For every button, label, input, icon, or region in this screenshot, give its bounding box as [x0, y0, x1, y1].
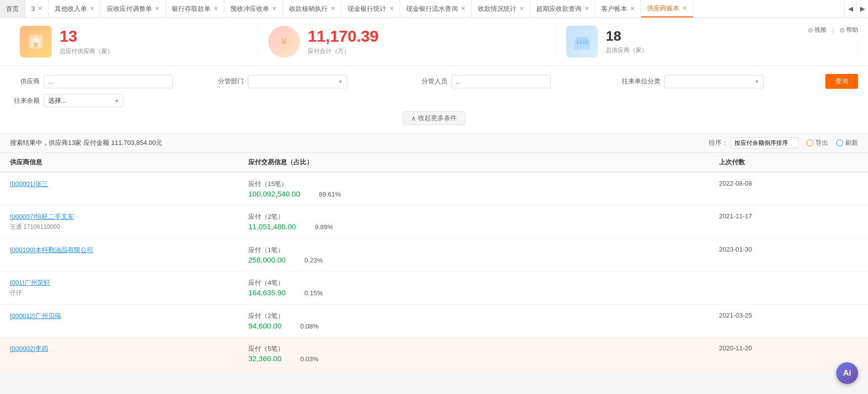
- nav-cash-flow-label: 现金银行流水查询: [406, 4, 458, 13]
- card-2-icon: ¥: [268, 26, 300, 58]
- supplier-label: 供应商: [10, 77, 40, 86]
- nav-item-tab3[interactable]: 3 ✕: [25, 0, 49, 17]
- card-2-label: 应付合计（万）: [308, 47, 378, 56]
- nav-adjust-label: 应收应付调整单: [107, 4, 152, 13]
- close-icon[interactable]: ✕: [155, 5, 159, 12]
- close-icon[interactable]: ✕: [519, 5, 524, 12]
- person-field: 分管人员: [418, 75, 612, 88]
- card-3-label: 总供应商（家）: [606, 46, 648, 55]
- nav-item-cash-flow[interactable]: 现金银行流水查询 ✕: [400, 0, 472, 17]
- export-button[interactable]: 导出: [806, 138, 828, 147]
- trade-amount-4[interactable]: 94,600.00: [248, 322, 282, 330]
- card-2-number: 11,170.39: [308, 28, 378, 45]
- balance-select[interactable]: 选择...: [44, 94, 123, 107]
- supplier-link-3[interactable]: [001]广州荣轩: [10, 279, 50, 286]
- nav-item-customer-book[interactable]: 客户账本 ✕: [595, 0, 641, 17]
- close-icon[interactable]: ✕: [331, 5, 335, 12]
- trade-info-4: 应付（2笔） 94,600.00 0.08%: [248, 312, 719, 330]
- trade-label-0: 应付（15笔）: [248, 180, 288, 189]
- nav-item-adjust[interactable]: 应收应付调整单 ✕: [101, 0, 166, 17]
- last-pay-4: 2021-03-25: [719, 312, 858, 319]
- person-input[interactable]: [451, 75, 551, 88]
- person-label: 分管人员: [418, 77, 447, 86]
- nav-next-arrow[interactable]: ▶: [856, 0, 868, 18]
- balance-label: 往来余额: [10, 96, 40, 105]
- trade-percent-0: 89.61%: [319, 191, 341, 198]
- nav-item-cash-stat[interactable]: 现金银行统计 ✕: [342, 0, 400, 17]
- nav-customer-book-label: 客户账本: [601, 4, 627, 13]
- close-icon[interactable]: ✕: [214, 5, 218, 12]
- supplier-info-2: [000100]本特勤油品有限公司: [10, 246, 248, 255]
- svg-rect-7: [580, 42, 582, 44]
- close-icon[interactable]: ✕: [389, 5, 394, 12]
- trade-amount-2[interactable]: 258,000.00: [248, 256, 286, 264]
- top-nav: 首页 3 ✕ 其他收入单 ✕ 应收应付调整单 ✕ 银行存取款单 ✕ 预收冲应收单…: [0, 0, 868, 18]
- table-row: [000001]张三 应付（15笔） 100,092,540.00 89.61%…: [0, 173, 868, 205]
- close-icon[interactable]: ✕: [584, 5, 589, 12]
- sort-label: 排序： 按应付余额倒序排序: [709, 137, 798, 148]
- close-icon[interactable]: ✕: [682, 5, 687, 11]
- table-header: 供应商信息 应付交易信息（占比） 上次付数: [0, 153, 868, 173]
- supplier-input[interactable]: [44, 75, 173, 88]
- video-link[interactable]: ⊙ 视频: [808, 26, 826, 34]
- nav-item-receipt-stat[interactable]: 收款情况统计 ✕: [472, 0, 530, 17]
- trade-info-1: 应付（2笔） 11,051,486.00 9.89%: [248, 212, 719, 231]
- last-pay-1: 2021-11-17: [719, 212, 858, 220]
- trade-amount-0[interactable]: 100,092,540.00: [248, 190, 300, 198]
- nav-item-home[interactable]: 首页: [0, 0, 25, 17]
- supplier-sub-1: 王通 17106110000: [10, 223, 248, 231]
- nav-item-prepay[interactable]: 预收冲应收单 ✕: [224, 0, 283, 17]
- supplier-link-1[interactable]: [000007]恒旺二手叉车: [10, 213, 74, 220]
- header-trade: 应付交易信息（占比）: [248, 158, 719, 167]
- category-select[interactable]: [664, 75, 764, 88]
- close-icon[interactable]: ✕: [90, 5, 94, 12]
- supplier-link-5[interactable]: [000002]李四: [10, 345, 48, 352]
- nav-bank-label: 银行存取款单: [172, 4, 211, 13]
- close-icon[interactable]: ✕: [272, 5, 277, 12]
- category-field: 往来单位分类: [622, 75, 816, 88]
- nav-supplier-book-label: 供应商账本: [647, 4, 679, 13]
- summary-card-1: 13 总应付供应商（家）: [10, 26, 258, 58]
- card-3-number: 18: [606, 29, 648, 44]
- nav-prev-arrow[interactable]: ◀: [844, 0, 856, 18]
- refresh-icon: [836, 139, 843, 146]
- supplier-link-2[interactable]: [000100]本特勤油品有限公司: [10, 246, 93, 254]
- header-last-pay: 上次付数: [719, 158, 858, 167]
- supplier-link-4[interactable]: [000012]广州贝瑞: [10, 312, 61, 320]
- last-pay-5: 2020-11-20: [719, 344, 858, 352]
- collapse-button[interactable]: ∧ 收起更多条件: [403, 111, 465, 125]
- trade-amount-1[interactable]: 11,051,486.00: [248, 222, 296, 231]
- card-1-info: 13 总应付供应商（家）: [60, 28, 113, 56]
- trade-percent-3: 0.15%: [304, 289, 323, 297]
- chevron-up-icon: ∧: [411, 115, 416, 122]
- help-link[interactable]: ⊙ 帮助: [840, 26, 858, 34]
- supplier-info-3: [001]广州荣轩 仔仔: [10, 278, 248, 297]
- table-row: [000002]李四 应付（5笔） 32,366.00 0.03% 2020-1…: [0, 337, 868, 370]
- nav-item-supplier-book[interactable]: 供应商账本 ✕: [641, 0, 693, 17]
- summary-bar: 13 总应付供应商（家） ¥ 11,170.39 应付合计（万） 18 总供应商…: [0, 18, 868, 66]
- top-right-links: ⊙ 视频 | ⊙ 帮助: [808, 26, 858, 34]
- close-icon[interactable]: ✕: [38, 5, 42, 12]
- last-pay-2: 2023-01-30: [719, 246, 858, 253]
- dept-select[interactable]: [248, 75, 347, 88]
- supplier-link-0[interactable]: [000001]张三: [10, 180, 48, 188]
- query-button[interactable]: 查询: [825, 74, 858, 89]
- supplier-info-4: [000012]广州贝瑞: [10, 312, 248, 321]
- table-row: [000100]本特勤油品有限公司 应付（1笔） 258,000.00 0.23…: [0, 239, 868, 271]
- close-icon[interactable]: ✕: [630, 5, 635, 12]
- supplier-info-1: [000007]恒旺二手叉车 王通 17106110000: [10, 212, 248, 231]
- header-supplier: 供应商信息: [10, 158, 248, 167]
- supplier-info-5: [000002]李四: [10, 344, 248, 353]
- trade-amount-5[interactable]: 32,366.00: [248, 354, 282, 363]
- results-bar: 搜索结果中，供应商13家 应付金额 111,703,854.00元 排序： 按应…: [0, 133, 868, 153]
- trade-amount-3[interactable]: 164,635.90: [248, 288, 286, 297]
- dept-field: 分管部门 ▼: [214, 75, 408, 88]
- nav-item-other-income[interactable]: 其他收入单 ✕: [49, 0, 101, 17]
- nav-item-overdue[interactable]: 超期应收款查询 ✕: [530, 0, 595, 17]
- sort-select[interactable]: 按应付余额倒序排序: [730, 137, 798, 148]
- refresh-button[interactable]: 刷新: [836, 138, 858, 147]
- nav-item-verify[interactable]: 收款核销执行 ✕: [283, 0, 342, 17]
- nav-item-bank[interactable]: 银行存取款单 ✕: [166, 0, 224, 17]
- close-icon[interactable]: ✕: [461, 5, 465, 12]
- trade-label-2: 应付（1笔）: [248, 246, 284, 255]
